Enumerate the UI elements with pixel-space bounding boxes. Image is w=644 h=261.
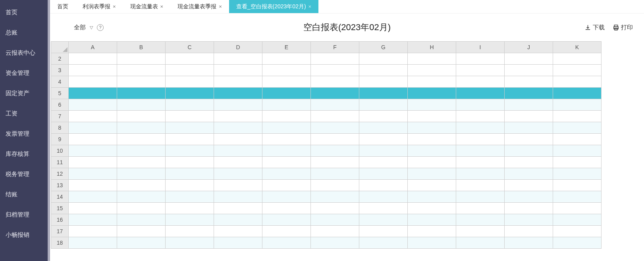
cell-C4[interactable] <box>166 76 214 88</box>
cell-K12[interactable] <box>553 168 602 180</box>
row-header-15[interactable]: 15 <box>51 203 69 214</box>
cell-K6[interactable] <box>553 99 602 111</box>
cell-G7[interactable] <box>359 111 408 122</box>
row-header-2[interactable]: 2 <box>51 53 69 65</box>
row-header-12[interactable]: 12 <box>51 168 69 180</box>
cell-A13[interactable] <box>69 180 117 191</box>
cell-F12[interactable] <box>311 168 359 180</box>
cell-B2[interactable] <box>117 53 166 65</box>
cell-K17[interactable] <box>553 226 602 237</box>
cell-K7[interactable] <box>553 111 602 122</box>
cell-C12[interactable] <box>166 168 214 180</box>
sidebar-item-10[interactable]: 归档管理 <box>0 205 50 225</box>
cell-A17[interactable] <box>69 226 117 237</box>
cell-J13[interactable] <box>505 180 553 191</box>
cell-A10[interactable] <box>69 145 117 157</box>
cell-J3[interactable] <box>505 65 553 76</box>
cell-I12[interactable] <box>456 168 505 180</box>
row-header-14[interactable]: 14 <box>51 191 69 203</box>
cell-H8[interactable] <box>408 122 456 134</box>
row-header-6[interactable]: 6 <box>51 99 69 111</box>
row-header-16[interactable]: 16 <box>51 214 69 226</box>
cell-J16[interactable] <box>505 214 553 226</box>
row-header-10[interactable]: 10 <box>51 145 69 157</box>
sidebar-item-6[interactable]: 发票管理 <box>0 124 50 144</box>
cell-E6[interactable] <box>262 99 311 111</box>
cell-H16[interactable] <box>408 214 456 226</box>
cell-A18[interactable] <box>69 237 117 249</box>
cell-B3[interactable] <box>117 65 166 76</box>
column-header-F[interactable]: F <box>311 42 359 53</box>
cell-G3[interactable] <box>359 65 408 76</box>
cell-H5[interactable] <box>408 88 456 99</box>
cell-E9[interactable] <box>262 134 311 145</box>
sidebar-item-7[interactable]: 库存核算 <box>0 144 50 164</box>
cell-C14[interactable] <box>166 191 214 203</box>
column-header-D[interactable]: D <box>214 42 262 53</box>
cell-I14[interactable] <box>456 191 505 203</box>
close-icon[interactable]: × <box>113 4 116 10</box>
tab-0[interactable]: 首页 <box>50 0 75 13</box>
column-header-I[interactable]: I <box>456 42 505 53</box>
cell-I4[interactable] <box>456 76 505 88</box>
cell-B4[interactable] <box>117 76 166 88</box>
row-header-7[interactable]: 7 <box>51 111 69 122</box>
cell-B12[interactable] <box>117 168 166 180</box>
cell-C18[interactable] <box>166 237 214 249</box>
cell-D4[interactable] <box>214 76 262 88</box>
cell-D15[interactable] <box>214 203 262 214</box>
cell-H17[interactable] <box>408 226 456 237</box>
cell-B15[interactable] <box>117 203 166 214</box>
cell-K15[interactable] <box>553 203 602 214</box>
cell-I16[interactable] <box>456 214 505 226</box>
row-header-3[interactable]: 3 <box>51 65 69 76</box>
cell-F16[interactable] <box>311 214 359 226</box>
cell-D9[interactable] <box>214 134 262 145</box>
cell-H12[interactable] <box>408 168 456 180</box>
cell-D13[interactable] <box>214 180 262 191</box>
cell-J12[interactable] <box>505 168 553 180</box>
cell-C5[interactable] <box>166 88 214 99</box>
column-header-J[interactable]: J <box>505 42 553 53</box>
cell-K9[interactable] <box>553 134 602 145</box>
cell-K11[interactable] <box>553 157 602 168</box>
cell-F14[interactable] <box>311 191 359 203</box>
cell-I13[interactable] <box>456 180 505 191</box>
cell-C9[interactable] <box>166 134 214 145</box>
sidebar-item-3[interactable]: 资金管理 <box>0 63 50 83</box>
print-button[interactable]: 打印 <box>613 24 633 31</box>
cell-E13[interactable] <box>262 180 311 191</box>
cell-H10[interactable] <box>408 145 456 157</box>
cell-A3[interactable] <box>69 65 117 76</box>
cell-E2[interactable] <box>262 53 311 65</box>
cell-H14[interactable] <box>408 191 456 203</box>
cell-D5[interactable] <box>214 88 262 99</box>
sidebar-item-5[interactable]: 工资 <box>0 104 50 124</box>
cell-C3[interactable] <box>166 65 214 76</box>
cell-B6[interactable] <box>117 99 166 111</box>
cell-B17[interactable] <box>117 226 166 237</box>
cell-H15[interactable] <box>408 203 456 214</box>
cell-A5[interactable] <box>69 88 117 99</box>
cell-H2[interactable] <box>408 53 456 65</box>
cell-G2[interactable] <box>359 53 408 65</box>
cell-C15[interactable] <box>166 203 214 214</box>
cell-J14[interactable] <box>505 191 553 203</box>
cell-B18[interactable] <box>117 237 166 249</box>
cell-B13[interactable] <box>117 180 166 191</box>
cell-B14[interactable] <box>117 191 166 203</box>
cell-F3[interactable] <box>311 65 359 76</box>
cell-A16[interactable] <box>69 214 117 226</box>
column-header-C[interactable]: C <box>166 42 214 53</box>
cell-J2[interactable] <box>505 53 553 65</box>
cell-A11[interactable] <box>69 157 117 168</box>
cell-F8[interactable] <box>311 122 359 134</box>
cell-D10[interactable] <box>214 145 262 157</box>
cell-B5[interactable] <box>117 88 166 99</box>
cell-G8[interactable] <box>359 122 408 134</box>
cell-G6[interactable] <box>359 99 408 111</box>
cell-C2[interactable] <box>166 53 214 65</box>
cell-K4[interactable] <box>553 76 602 88</box>
cell-E7[interactable] <box>262 111 311 122</box>
column-header-E[interactable]: E <box>262 42 311 53</box>
